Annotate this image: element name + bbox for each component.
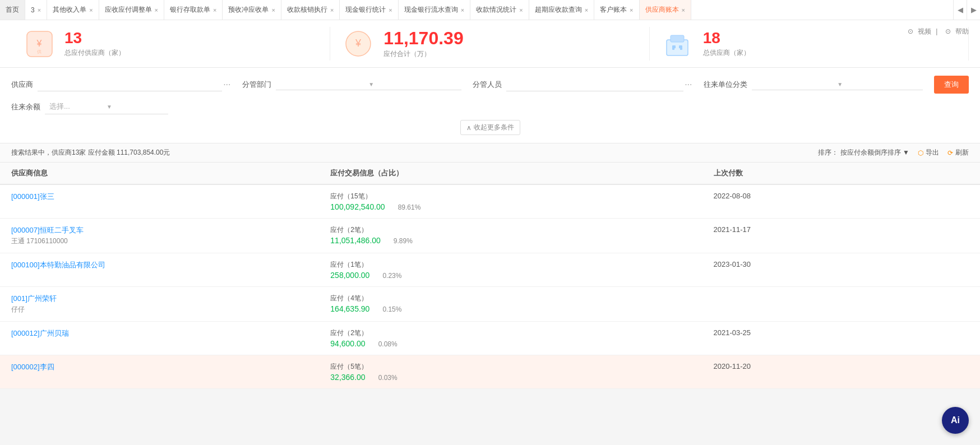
payable-amount-icon: ¥ bbox=[341, 27, 375, 61]
header-links: ⊙ 视频 | ⊙ 帮助 bbox=[905, 27, 969, 36]
payable-row-000100: 258,000.00 0.23% bbox=[330, 270, 713, 280]
supplier-table: 供应商信息 应付交易信息（占比） 上次付数 [000001]张三 应付（15笔）… bbox=[0, 163, 980, 389]
supplier-sub-001: 仔仔 bbox=[11, 305, 330, 314]
stat-payable-amount-number: 11,170.39 bbox=[383, 29, 463, 47]
payable-desc-000100: 应付（1笔） bbox=[330, 260, 713, 270]
close-tab-3[interactable]: × bbox=[38, 7, 41, 13]
export-button[interactable]: ⬡ 导出 bbox=[918, 148, 939, 157]
header-payable: 应付交易信息（占比） bbox=[330, 168, 713, 178]
category-filter-select[interactable]: ▼ bbox=[752, 79, 923, 90]
nav-tab-bank-deposit[interactable]: 银行存取款单 × bbox=[164, 0, 223, 20]
supplier-link-001[interactable]: [001]广州荣轩 bbox=[11, 294, 57, 303]
supplier-info-000100: [000100]本特勤油品有限公司 bbox=[11, 260, 330, 270]
payable-info-000007: 应付（2笔） 11,051,486.00 9.89% bbox=[330, 225, 713, 245]
nav-tab-overdue-ar-label: 超期应收款查询 bbox=[535, 5, 582, 15]
nav-tab-supplier-ledger[interactable]: 供应商账本 × bbox=[640, 0, 691, 20]
stat-total-suppliers-number: 18 bbox=[703, 30, 750, 46]
close-tab-advance-ar[interactable]: × bbox=[271, 7, 275, 13]
close-tab-ar-ap-adjust[interactable]: × bbox=[155, 7, 158, 13]
payable-amount-000001: 100,092,540.00 bbox=[330, 202, 385, 211]
supplier-link-000007[interactable]: [000007]恒旺二手叉车 bbox=[11, 226, 84, 234]
supplier-link-000012[interactable]: [000012]广州贝瑞 bbox=[11, 329, 69, 337]
header-stats: ¥ 供 13 总应付供应商（家） ¥ 11,170.39 应付合计（万） bbox=[0, 20, 980, 68]
supplier-filter-input[interactable] bbox=[38, 78, 222, 91]
nav-tab-home[interactable]: 首页 bbox=[0, 0, 25, 20]
filter-item-supplier: 供应商 ··· bbox=[11, 78, 231, 91]
close-tab-supplier-ledger[interactable]: × bbox=[682, 7, 685, 13]
close-tab-cash-bank-stat[interactable]: × bbox=[389, 7, 392, 13]
search-button[interactable]: 查询 bbox=[934, 76, 969, 94]
close-tab-overdue-ar[interactable]: × bbox=[585, 7, 588, 13]
payable-percent-000007: 9.89% bbox=[394, 237, 413, 245]
close-tab-collection-stat[interactable]: × bbox=[519, 7, 523, 13]
nav-tab-collection-stat[interactable]: 收款情况统计 × bbox=[470, 0, 529, 20]
nav-tab-overdue-ar[interactable]: 超期应收款查询 × bbox=[529, 0, 594, 20]
supplier-name-001: [001]广州荣轩 bbox=[11, 294, 330, 304]
help-icon: ⊙ bbox=[945, 27, 951, 35]
nav-next-arrow[interactable]: ▶ bbox=[967, 0, 980, 20]
close-tab-customer-ledger[interactable]: × bbox=[630, 7, 633, 13]
balance-filter-label: 往来余额 bbox=[11, 102, 40, 112]
nav-tab-ar-ap-adjust[interactable]: 应收应付调整单 × bbox=[99, 0, 164, 20]
help-link[interactable]: 帮助 bbox=[955, 27, 969, 35]
balance-filter-arrow: ▼ bbox=[107, 104, 164, 110]
table-row: [000001]张三 应付（15笔） 100,092,540.00 89.61%… bbox=[0, 185, 980, 219]
nav-tab-other-income[interactable]: 其他收入单 × bbox=[47, 0, 99, 20]
person-filter-dots[interactable]: ··· bbox=[685, 80, 692, 90]
refresh-button[interactable]: ⟳ 刷新 bbox=[947, 148, 969, 157]
svg-rect-6 bbox=[671, 35, 684, 42]
top-navigation: 首页 3 × 其他收入单 × 应收应付调整单 × 银行存取款单 × 预收冲应收单… bbox=[0, 0, 980, 20]
table-header: 供应商信息 应付交易信息（占比） 上次付数 bbox=[0, 163, 980, 185]
nav-prev-arrow[interactable]: ◀ bbox=[953, 0, 967, 20]
supplier-info-000012: [000012]广州贝瑞 bbox=[11, 328, 330, 339]
nav-tab-customer-ledger[interactable]: 客户账本 × bbox=[594, 0, 639, 20]
person-filter-input[interactable] bbox=[506, 78, 683, 91]
supplier-sub-000007: 王通 17106110000 bbox=[11, 237, 330, 246]
payable-amount-000002: 32,366.00 bbox=[330, 373, 365, 382]
payable-desc-000012: 应付（2笔） bbox=[330, 328, 713, 338]
payable-row-000007: 11,051,486.00 9.89% bbox=[330, 235, 713, 245]
nav-tab-collection-exec[interactable]: 收款核销执行 × bbox=[281, 0, 340, 20]
svg-rect-9 bbox=[674, 48, 680, 51]
collapse-button[interactable]: ∧ 收起更多条件 bbox=[460, 120, 520, 135]
payable-amount-000100: 258,000.00 bbox=[330, 271, 369, 280]
supplier-info-000001: [000001]张三 bbox=[11, 192, 330, 202]
supplier-link-000100[interactable]: [000100]本特勤油品有限公司 bbox=[11, 261, 105, 269]
nav-tab-collection-exec-label: 收款核销执行 bbox=[287, 5, 327, 15]
supplier-link-000002[interactable]: [000002]李四 bbox=[11, 363, 54, 371]
close-tab-collection-exec[interactable]: × bbox=[330, 7, 334, 13]
stat-payable-suppliers-label: 总应付供应商（家） bbox=[64, 48, 125, 58]
total-suppliers-icon bbox=[661, 27, 695, 61]
video-link[interactable]: 视频 bbox=[918, 27, 931, 35]
nav-tab-advance-ar[interactable]: 预收冲应收单 × bbox=[223, 0, 281, 20]
filter-row-2: 往来余额 选择... ▼ bbox=[11, 99, 969, 114]
payable-info-000001: 应付（15笔） 100,092,540.00 89.61% bbox=[330, 192, 713, 211]
nav-tab-cash-bank-stat[interactable]: 现金银行统计 × bbox=[340, 0, 398, 20]
dept-filter-arrow: ▼ bbox=[368, 81, 457, 87]
export-label: 导出 bbox=[926, 148, 939, 157]
filter-item-dept: 分管部门 ▼ bbox=[242, 79, 462, 90]
sort-value[interactable]: 按应付余额倒序排序 bbox=[840, 149, 901, 156]
refresh-label: 刷新 bbox=[955, 148, 969, 157]
nav-tab-3[interactable]: 3 × bbox=[25, 0, 47, 20]
close-tab-other-income[interactable]: × bbox=[89, 7, 93, 13]
close-tab-cash-bank-flow[interactable]: × bbox=[461, 7, 464, 13]
nav-tab-cash-bank-flow[interactable]: 现金银行流水查询 × bbox=[399, 0, 470, 20]
payable-desc-001: 应付（4笔） bbox=[330, 294, 713, 303]
table-row: [000100]本特勤油品有限公司 应付（1笔） 258,000.00 0.23… bbox=[0, 253, 980, 287]
results-bar: 搜索结果中，供应商13家 应付金额 111,703,854.00元 排序： 按应… bbox=[0, 143, 980, 163]
filter-item-balance: 往来余额 选择... ▼ bbox=[11, 99, 168, 114]
supplier-filter-dots[interactable]: ··· bbox=[223, 80, 230, 90]
close-tab-bank-deposit[interactable]: × bbox=[213, 7, 216, 13]
svg-text:¥: ¥ bbox=[36, 39, 41, 48]
sort-text-label: 排序： bbox=[818, 149, 838, 156]
payable-amount-001: 164,635.90 bbox=[330, 304, 369, 313]
balance-filter-select[interactable]: 选择... ▼ bbox=[45, 99, 168, 114]
dept-filter-select[interactable]: ▼ bbox=[276, 79, 462, 90]
supplier-link-000001[interactable]: [000001]张三 bbox=[11, 192, 54, 201]
collapse-label: 收起更多条件 bbox=[474, 123, 514, 132]
nav-tab-cash-bank-flow-label: 现金银行流水查询 bbox=[404, 5, 458, 15]
filter-item-category: 往来单位分类 ▼ bbox=[704, 79, 923, 90]
nav-tab-advance-ar-label: 预收冲应收单 bbox=[228, 5, 269, 15]
person-filter-label: 分管人员 bbox=[473, 80, 502, 90]
